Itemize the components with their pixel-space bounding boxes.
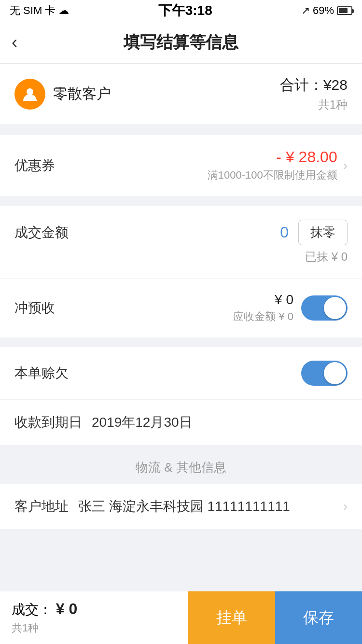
transaction-label: 成交金额: [14, 224, 69, 242]
transaction-amount: 0: [280, 224, 289, 241]
duedate-content: 收款到期日 2019年12月30日: [14, 413, 348, 432]
chevron-right-icon: ›: [343, 158, 348, 173]
divider-2: [0, 196, 362, 206]
address-value: 张三 海淀永丰科技园 11111111111: [78, 497, 343, 516]
status-bar: 无 SIM 卡 ☁ 下午3:18 ↗ 69%: [0, 0, 362, 21]
prepayment-toggle[interactable]: [301, 295, 348, 321]
divider-1: [0, 125, 362, 135]
duedate-label: 收款到期日: [14, 413, 82, 432]
status-left: 无 SIM 卡 ☁: [10, 3, 69, 18]
prepayment-section: 冲预收 ¥ 0 应收金额 ¥ 0: [0, 279, 362, 337]
already-rounded: 已抹 ¥ 0: [14, 249, 348, 265]
bottom-count: 共1种: [12, 621, 177, 635]
address-label: 客户地址: [14, 497, 69, 516]
bottom-deal-row: 成交： ¥ 0: [12, 600, 177, 619]
credit-section: 本单赊欠: [0, 347, 362, 399]
bottom-deal-price: ¥ 0: [56, 600, 77, 617]
svg-point-0: [27, 88, 33, 95]
person-icon: [21, 85, 39, 103]
page-title: 填写结算等信息: [124, 31, 238, 54]
coupon-label: 优惠券: [14, 156, 55, 175]
credit-toggle-knob: [324, 362, 346, 384]
coupon-desc: 满1000-100不限制使用金额: [208, 168, 337, 182]
prepayment-label: 冲预收: [14, 299, 55, 317]
logistics-divider: 物流 & 其他信息: [0, 453, 362, 482]
save-button[interactable]: 保存: [275, 591, 362, 644]
prepayment-amount: ¥ 0: [233, 292, 293, 308]
divider-5: [0, 482, 362, 483]
coupon-right: - ¥ 28.00 满1000-100不限制使用金额 ›: [208, 148, 348, 182]
status-time: 下午3:18: [158, 1, 212, 20]
bottom-deal-label: 成交：: [12, 602, 52, 617]
customer-left: 零散客户: [14, 79, 111, 110]
no-sim-text: 无 SIM 卡 ☁: [10, 3, 69, 18]
back-button[interactable]: ‹: [12, 32, 17, 53]
customer-name: 零散客户: [53, 84, 111, 104]
credit-label: 本单赊欠: [14, 364, 69, 382]
duedate-value: 2019年12月30日: [92, 413, 193, 432]
total-price: 合计：¥28: [280, 75, 348, 95]
coupon-value: - ¥ 28.00 满1000-100不限制使用金额: [208, 148, 337, 182]
hold-button[interactable]: 挂单: [188, 591, 275, 644]
battery-icon: [337, 6, 352, 15]
coupon-row[interactable]: 优惠券 - ¥ 28.00 满1000-100不限制使用金额 ›: [0, 135, 362, 196]
receivable-amount: 应收金额 ¥ 0: [233, 309, 293, 324]
status-right: ↗ 69%: [301, 4, 352, 17]
coupon-amount: - ¥ 28.00: [208, 148, 337, 166]
battery-text: 69%: [313, 4, 334, 17]
round-button[interactable]: 抹零: [298, 220, 348, 245]
toggle-knob: [324, 297, 346, 319]
total-count: 共1种: [280, 97, 348, 112]
credit-toggle[interactable]: [301, 361, 348, 386]
customer-right: 合计：¥28 共1种: [280, 75, 348, 112]
transaction-right: 0 抹零: [280, 220, 348, 245]
bottom-bar: 成交： ¥ 0 共1种 挂单 保存: [0, 591, 362, 644]
customer-section: 零散客户 合计：¥28 共1种: [0, 64, 362, 124]
prepayment-right: ¥ 0 应收金额 ¥ 0: [233, 292, 348, 324]
divider-3: [0, 337, 362, 347]
prepayment-row: 冲预收 ¥ 0 应收金额 ¥ 0: [14, 292, 348, 324]
bottom-summary: 成交： ¥ 0 共1种: [0, 600, 188, 635]
address-section[interactable]: 客户地址 张三 海淀永丰科技园 11111111111 ›: [0, 484, 362, 529]
nav-bar: ‹ 填写结算等信息: [0, 21, 362, 64]
address-chevron-icon: ›: [343, 499, 348, 514]
location-icon: ↗: [301, 4, 310, 17]
prepayment-amount-block: ¥ 0 应收金额 ¥ 0: [233, 292, 293, 324]
logistics-label: 物流 & 其他信息: [62, 459, 300, 476]
content: 零散客户 合计：¥28 共1种 优惠券 - ¥ 28.00 满1000-100不…: [0, 64, 362, 587]
duedate-section: 收款到期日 2019年12月30日: [0, 399, 362, 445]
transaction-row: 成交金额 0 抹零: [14, 220, 348, 245]
avatar: [14, 79, 45, 110]
divider-4: [0, 445, 362, 453]
transaction-section: 成交金额 0 抹零 已抹 ¥ 0: [0, 206, 362, 279]
